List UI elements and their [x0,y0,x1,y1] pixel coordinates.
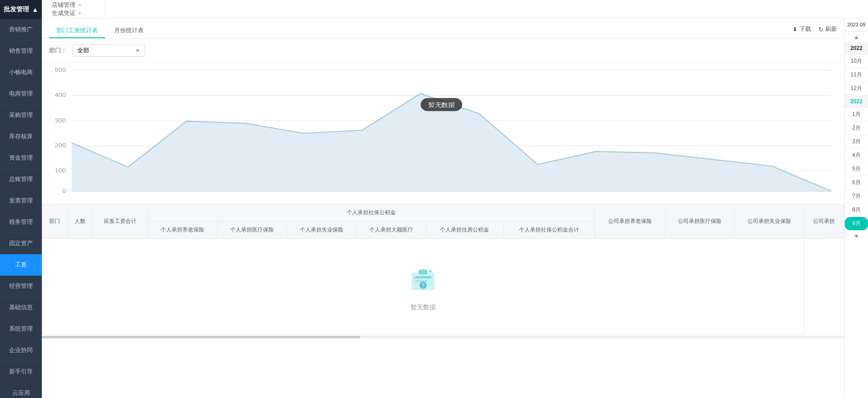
filter-bar: 部门： 全部 ▼ [42,39,844,63]
department-select-value: 全部 [77,46,89,55]
sidebar-items-container: 营销推广销售管理小畅电商电商管理采购管理库存核算资金管理总账管理发票管理税务管理… [0,19,42,398]
col-group-personal: 个人承担社保公积金 [147,204,595,222]
sidebar-header[interactable]: 批发管理 ▲ [0,0,42,19]
date-month-may[interactable]: 5月 [845,162,868,176]
date-month-jun[interactable]: 6月 [845,176,868,190]
empty-illustration: ? [405,262,441,298]
sidebar-item-经营管理[interactable]: 经营管理 [0,276,42,297]
department-select[interactable]: 全部 ▼ [72,44,145,57]
sidebar-item-税务管理[interactable]: 税务管理 [0,212,42,233]
svg-text:400: 400 [55,91,66,98]
col-personal-pension: 个人承担养老保险 [147,222,217,239]
date-month-apr[interactable]: 4月 [845,149,868,162]
svg-text:?: ? [422,283,424,288]
svg-text:100: 100 [55,167,66,174]
empty-text: 暂无数据 [410,303,436,312]
refresh-label: 刷新 [825,25,837,33]
col-total-salary: 应发工资合计 [93,204,148,239]
tab-label: 生成凭证 [52,9,76,17]
sidebar-item-营销推广[interactable]: 营销推广 [0,19,42,40]
sub-tabs-left: 部门工资统计表 月份统计表 [49,24,151,38]
salary-chart: 500 400 300 200 100 0 [49,63,837,204]
svg-text:500: 500 [55,66,66,73]
col-headcount: 人数 [67,204,93,239]
download-label: 下载 [799,25,811,33]
date-year-2022-2: 2022 [845,96,868,108]
date-month-nov[interactable]: 11月 [845,68,868,82]
date-panel: 2022.09 ▲ 2022 10月 11月 12月 2022 1月 2月 3月… [844,18,868,398]
col-personal-medical: 个人承担医疗保险 [217,222,287,239]
sidebar-item-云应用[interactable]: 云应用 [0,383,42,398]
empty-state: ? 暂无数据 [46,243,800,330]
svg-text:300: 300 [55,116,66,123]
date-month-jan[interactable]: 1月 [845,108,868,121]
col-personal-total: 个人承担社保公积金合计 [503,222,595,239]
scrollbar-thumb [42,336,360,338]
date-month-sep[interactable]: 9月 [845,217,868,231]
filter-label: 部门： [49,46,67,55]
tab-close-icon[interactable]: × [78,10,81,16]
sidebar-item-库存核算[interactable]: 库存核算 [0,126,42,147]
tab-close-icon[interactable]: × [78,2,81,8]
sidebar-item-销售管理[interactable]: 销售管理 [0,40,42,62]
svg-rect-16 [415,276,431,278]
content-area: 部门工资统计表 月份统计表 ⬇ 下载 ↻ 刷新 部门： [42,18,868,398]
col-personal-housing: 个人承担住房公积金 [426,222,503,239]
chevron-down-icon: ▼ [135,48,140,53]
date-month-mar[interactable]: 3月 [845,135,868,149]
col-company-unemployment: 公司承担失业保险 [734,204,804,239]
sidebar-collapse-icon: ▲ [32,6,38,13]
sidebar-item-新手引导[interactable]: 新手引导 [0,361,42,383]
sidebar-item-资金管理[interactable]: 资金管理 [0,147,42,169]
refresh-button[interactable]: ↻ 刷新 [818,25,837,33]
sidebar-item-电商管理[interactable]: 电商管理 [0,83,42,105]
sidebar-item-小畅电商[interactable]: 小畅电商 [0,62,42,83]
sub-tabs-right: ⬇ 下载 ↻ 刷新 [792,25,837,37]
sidebar-item-采购管理[interactable]: 采购管理 [0,105,42,126]
download-button[interactable]: ⬇ 下载 [792,25,811,33]
salary-table: 部门 人数 应发工资合计 个人承担社保公积金 公司承担养老保险 公司承担医疗保险… [42,204,844,335]
sub-tabs: 部门工资统计表 月份统计表 ⬇ 下载 ↻ 刷新 [42,18,844,39]
tab-monthly-stats[interactable]: 月份统计表 [107,24,151,38]
col-company-medical: 公司承担医疗保险 [665,204,734,239]
sidebar-item-总账管理[interactable]: 总账管理 [0,169,42,190]
date-month-aug[interactable]: 8月 [845,203,868,217]
sidebar-item-基础信息[interactable]: 基础信息 [0,297,42,318]
svg-rect-20 [419,270,428,274]
tab-店铺管理[interactable]: 店铺管理× [45,1,106,9]
sidebar: 批发管理 ▲ 营销推广销售管理小畅电商电商管理采购管理库存核算资金管理总账管理发… [0,0,42,398]
sidebar-item-固定资产[interactable]: 固定资产 [0,233,42,254]
tab-label: 店铺管理 [52,1,76,9]
main-area: 首页门店商品目录×销售单×店铺管理×生成凭证×应收应付调整单×工资表×工资统计报… [42,0,868,398]
date-month-jul[interactable]: 7月 [845,190,868,203]
date-year-2022-1: 2022 [845,42,868,55]
svg-text:0: 0 [62,187,66,194]
date-nav-up[interactable]: ▲ [845,31,868,42]
sidebar-title: 批发管理 [4,5,29,14]
col-personal-major-medical: 个人承担大额医疗 [357,222,426,239]
col-company-pension: 公司承担养老保险 [595,204,665,239]
refresh-icon: ↻ [818,26,823,33]
sidebar-item-工资[interactable]: 工资 [0,254,42,276]
sidebar-item-发票管理[interactable]: 发票管理 [0,190,42,212]
sidebar-item-企业协同[interactable]: 企业协同 [0,340,42,361]
date-month-oct[interactable]: 10月 [845,55,868,68]
date-month-dec[interactable]: 12月 [845,82,868,96]
tab-department-salary[interactable]: 部门工资统计表 [49,24,105,38]
svg-text:200: 200 [55,142,66,149]
download-icon: ⬇ [792,26,797,33]
empty-row: ? 暂无数据 [42,239,804,335]
horizontal-scrollbar[interactable] [42,336,844,338]
col-company-other: 公司承担 [804,204,844,239]
tab-生成凭证[interactable]: 生成凭证× [45,9,106,17]
sidebar-item-系统管理[interactable]: 系统管理 [0,318,42,340]
col-department: 部门 [42,204,68,239]
date-month-feb[interactable]: 2月 [845,121,868,135]
svg-text:暂无数据: 暂无数据 [428,101,455,108]
date-panel-header: 2022.09 [845,18,868,31]
tab-bar: 首页门店商品目录×销售单×店铺管理×生成凭证×应收应付调整单×工资表×工资统计报… [42,0,868,18]
col-personal-unemployment: 个人承担失业保险 [287,222,356,239]
date-nav-down[interactable]: ▼ [845,231,868,242]
chart-container: 500 400 300 200 100 0 [42,63,844,204]
svg-rect-17 [415,280,428,282]
